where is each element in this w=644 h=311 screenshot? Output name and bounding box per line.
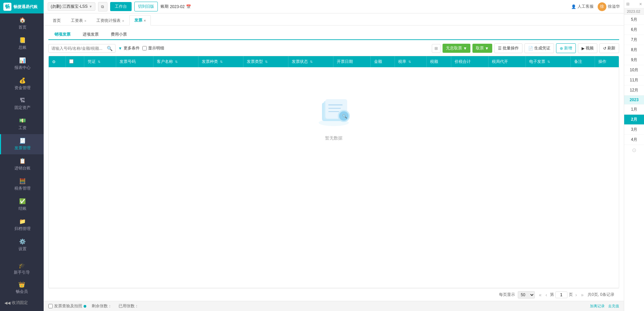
subtab-receipt-label: 费用小票 [111, 32, 127, 37]
scroll-down-icon: ⊙ [632, 147, 636, 153]
search-input[interactable] [51, 46, 105, 51]
gen-voucher-button[interactable]: 📄 生成凭证 [524, 43, 554, 53]
collapse-btn[interactable]: ◀◀ 收消固定 [2, 298, 42, 308]
page-size-select[interactable]: 50 20 100 [518, 291, 535, 299]
col-remark: 备注 [570, 56, 595, 67]
month-item-2023-04[interactable]: 4月 [624, 135, 644, 145]
sidebar-item-税务管理[interactable]: 🧮税务管理 [0, 174, 44, 195]
sort-invoice-type-icon[interactable]: ⇅ [220, 60, 223, 64]
tab-payroll[interactable]: 工资表 × [66, 15, 91, 26]
sidebar-item-固定资产[interactable]: 🏗固定资产 [0, 94, 44, 114]
month-item-2022-12[interactable]: 12月 [624, 85, 644, 95]
tab-invoice-close[interactable]: × [144, 18, 146, 23]
search-icon[interactable]: 🔍 [107, 46, 112, 51]
period-icon: 📅 [186, 4, 191, 9]
tab-payroll-close[interactable]: × [84, 19, 86, 23]
filter-button[interactable]: ▼ 更多条件 [118, 45, 140, 51]
remaining-label: 剩余张数： [92, 303, 112, 309]
first-page-button[interactable]: « [538, 291, 543, 298]
sidebar-item-设置[interactable]: ⚙️设置 [0, 235, 44, 255]
select-all-checkbox[interactable] [69, 59, 74, 64]
sort-electronic-icon[interactable]: ⇅ [547, 60, 550, 64]
refresh-label: 刷新 [607, 45, 615, 51]
toolbar: 🔍 ▼ 更多条件 显示明细 ⊞ 无息取票 ▼ 取票 ▼ [48, 43, 619, 53]
sidebar-item-结账[interactable]: ✅结账 [0, 195, 44, 215]
next-page-button[interactable]: › [574, 291, 579, 298]
sort-tax-rate-icon[interactable]: ⇅ [408, 60, 411, 64]
page-input[interactable] [555, 291, 567, 298]
recharge-link[interactable]: 去充值 [608, 304, 619, 309]
sidebar-item-归档管理[interactable]: 📁归档管理 [0, 215, 44, 235]
company-selector[interactable]: (勿删) 江西服宝-LSS ▼ [48, 2, 95, 11]
year-label-2022: 2023.02 [624, 8, 644, 15]
tab-home-label: 首页 [53, 18, 61, 24]
workbench-button[interactable]: 工作台 [110, 2, 132, 11]
customer-service[interactable]: 👤 人工客服 [571, 4, 594, 9]
tab-payroll-report-close[interactable]: × [122, 19, 124, 23]
grid-view-button[interactable]: ⊞ [432, 44, 441, 53]
ticket-button[interactable]: 取票 ▼ [472, 44, 492, 53]
sidebar-item-总账[interactable]: 📒总账 [0, 34, 44, 54]
month-item-2023-02[interactable]: 2月 [624, 115, 644, 125]
sort-voucher-icon[interactable]: ⇅ [98, 60, 100, 64]
month-item-2022-07[interactable]: 7月 [624, 35, 644, 45]
sort-invoice-category-icon[interactable]: ⇅ [265, 60, 268, 64]
subtab-sales[interactable]: 销项发票 [48, 30, 77, 40]
prev-page-button[interactable]: ‹ [544, 291, 549, 298]
sidebar-item-资金管理[interactable]: 💰资金管理 [0, 74, 44, 94]
new-label: 新增 [564, 45, 572, 51]
month-item-2022-11[interactable]: 11月 [624, 75, 644, 85]
tab-payroll-report[interactable]: 工资统计报表 × [91, 15, 129, 26]
month-item-2023-01[interactable]: 1月 [624, 105, 644, 115]
video-button[interactable]: ▶ 视频 [578, 43, 597, 53]
tab-invoice[interactable]: 发票 × [129, 15, 151, 26]
show-detail-checkbox[interactable]: 显示明细 [142, 45, 164, 51]
no-ticket-arrow: ▼ [463, 46, 467, 51]
sidebar-item-进销台账[interactable]: 📋进销台账 [0, 154, 44, 174]
subtab-purchase-label: 进项发票 [83, 32, 99, 37]
sort-customer-icon[interactable]: ⇅ [175, 60, 178, 64]
month-item-2022-09[interactable]: 9月 [624, 55, 644, 65]
add-leave-link[interactable]: 加离记录 [590, 304, 605, 309]
batch-op-button[interactable]: ☰ 批量操作 [494, 43, 522, 53]
sidebar: 畅 畅捷通易代账 🏠首页📒总账📊报表中心💰资金管理🏗固定资产💵工资🧾发票管理📋进… [0, 0, 44, 311]
sidebar-item-guide[interactable]: 🎓 新手引导 [2, 260, 42, 278]
sidebar-label-6: 发票管理 [14, 145, 31, 151]
col-amount: 金额 [370, 56, 395, 67]
show-detail-check[interactable] [142, 46, 147, 50]
sidebar-item-member[interactable]: 👑 畅会员 [2, 279, 42, 297]
month-item-2022-10[interactable]: 10月 [624, 65, 644, 75]
new-button[interactable]: ⊕ 新增 [556, 43, 576, 53]
year-label-2023: 2023 [624, 95, 644, 105]
guide-label: 新手引导 [14, 270, 30, 275]
sidebar-item-首页[interactable]: 🏠首页 [0, 13, 44, 34]
refresh-button[interactable]: ↺ 刷新 [599, 43, 619, 53]
copy-button[interactable]: ⧉ [98, 2, 107, 11]
sidebar-item-工资[interactable]: 💵工资 [0, 114, 44, 134]
subtab-receipt[interactable]: 费用小票 [105, 30, 133, 40]
footer-bar: 发票查验及拍照 剩余张数： 已用张数： 加离记录 去充值 [44, 301, 624, 311]
subtab-purchase[interactable]: 进项发票 [77, 30, 105, 40]
footer-used: 已用张数： [119, 303, 140, 309]
col-tax: 税额 [427, 56, 451, 67]
month-item-2022-08[interactable]: 8月 [624, 45, 644, 55]
right-panel-close-btn[interactable]: × [639, 1, 642, 7]
month-item-2022-05[interactable]: 5月 [624, 15, 644, 25]
last-page-button[interactable]: » [580, 291, 585, 298]
date-picker-scroll[interactable]: 2023.02 5月 6月 7月 8月 9月 10月 11月 12月 2023 … [624, 8, 644, 311]
user-info[interactable]: 徐 徐溢华 [598, 2, 620, 11]
switch-version-button[interactable]: 切到旧版 [134, 2, 158, 11]
page-size-label: 每页显示 [499, 292, 515, 298]
sort-invoice-status-icon[interactable]: ⇅ [310, 60, 313, 64]
month-item-2023-03[interactable]: 3月 [624, 125, 644, 135]
month-item-2022-06[interactable]: 6月 [624, 25, 644, 35]
filter-label: 更多条件 [124, 45, 140, 51]
tab-home[interactable]: 首页 [48, 15, 66, 26]
sidebar-item-发票管理[interactable]: 🧾发票管理 [0, 134, 44, 154]
no-ticket-button[interactable]: 无息取票 ▼ [443, 44, 470, 53]
video-label: 视频 [586, 45, 594, 51]
settings-icon[interactable]: ⚙ [52, 60, 56, 64]
right-panel-expand-btn[interactable]: ⊞ [626, 2, 630, 6]
invoice-check-checkbox[interactable] [48, 304, 53, 308]
sidebar-item-报表中心[interactable]: 📊报表中心 [0, 54, 44, 74]
